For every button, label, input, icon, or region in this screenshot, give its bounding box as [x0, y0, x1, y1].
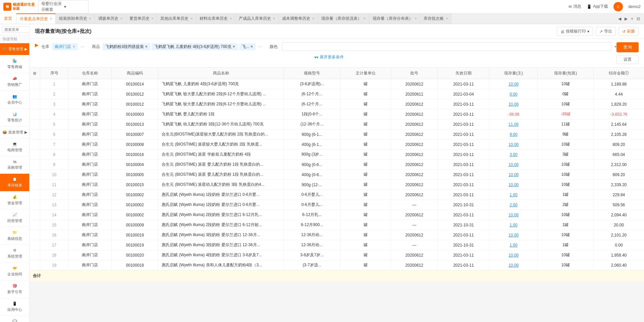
tab-close-all-icon[interactable]: ×: [630, 16, 635, 22]
close-icon[interactable]: ×: [152, 17, 154, 20]
cell-stock-pkg: 3罐: [538, 150, 593, 160]
close-icon[interactable]: ×: [364, 17, 366, 20]
cell-stock-main[interactable]: 10.00: [489, 250, 538, 260]
sidebar-item-enterprise-wechat[interactable]: 💬 企业微信: [0, 316, 29, 322]
query-button[interactable]: 查询: [616, 42, 639, 52]
finance-icon: 💰: [12, 195, 17, 199]
close-icon[interactable]: ×: [446, 17, 448, 20]
cell-stock-main[interactable]: 10.00: [489, 230, 538, 240]
table-row: 13南岸门店00100002惠氏启赋 (Wyeth illuma) 1段奶粉 爱…: [30, 200, 644, 210]
cell-stock-main[interactable]: 10.00: [489, 170, 538, 180]
sidebar-item-member[interactable]: 👥 会员中心: [0, 91, 29, 109]
sidebar-item-retail-stats[interactable]: 📊 零售统计: [0, 109, 29, 126]
remove-goods-icon[interactable]: ×: [145, 44, 148, 49]
cell-stock-main[interactable]: 10.00: [489, 140, 538, 150]
app-download-button[interactable]: 📱 App下载: [587, 4, 608, 9]
cell-name: 合生元 (BIOSTIME) 派星 学龄前儿童配方奶粉 4段: [158, 150, 284, 160]
tab-stock-status[interactable]: 现存量（库存状况表） ×: [318, 13, 369, 24]
tab-material-out[interactable]: 材料出库单历史 ×: [196, 13, 235, 24]
cell-check: [30, 160, 40, 170]
cell-stock-pkg: 10罐: [538, 79, 593, 89]
cell-stock-main[interactable]: 1.00: [489, 190, 538, 200]
tab-cost-adjust[interactable]: 成本调整单历史 ×: [279, 13, 318, 24]
goods-tag-3[interactable]: 飞... ×: [239, 43, 256, 50]
cell-stock-main[interactable]: 10.00: [489, 180, 538, 190]
industry-selector[interactable]: 母婴行业演示账套 ▾: [38, 0, 89, 13]
tab-other-out[interactable]: 其他出库单历史 ×: [157, 13, 196, 24]
close-icon[interactable]: ×: [50, 17, 52, 21]
cell-stock-main[interactable]: 10.00: [489, 160, 538, 170]
expand-btn[interactable]: 展开更多条件: [320, 54, 344, 60]
setting-button[interactable]: 设置: [616, 55, 639, 64]
cell-stock-main[interactable]: -39.00: [489, 109, 538, 119]
cell-no: 13: [40, 200, 68, 210]
cell-stock-main[interactable]: 11.00: [489, 119, 538, 129]
tab-menu-icon[interactable]: ⊟: [635, 16, 641, 22]
sidebar-item-finance[interactable]: 💰 资金管理: [0, 192, 29, 209]
template-print-button[interactable]: 🖨 按模板打印 ▾: [557, 27, 593, 36]
warehouse-filter-tag[interactable]: 南岸门店 ×: [52, 43, 78, 50]
close-icon[interactable]: ×: [89, 17, 91, 20]
cell-stock-main[interactable]: 10.00: [489, 79, 538, 89]
sidebar-item-guide[interactable]: 🎯 新手引导: [0, 280, 29, 298]
sidebar-item-retail-mgmt[interactable]: 🛒 零售管理 ▶: [0, 43, 29, 55]
sidebar-item-app-center[interactable]: 📱 应用中心: [0, 298, 29, 316]
remove-goods-icon[interactable]: ×: [233, 44, 235, 49]
filter-ellipsis[interactable]: ···: [80, 44, 84, 49]
tab-batch-voucher[interactable]: 库存批次账 ×: [420, 13, 451, 24]
sidebar-item-operations[interactable]: 📈 经营管理: [0, 209, 29, 227]
tab-split[interactable]: 分量盘点单历史 ×: [16, 13, 56, 24]
cell-stock-main[interactable]: 10.00: [489, 210, 538, 220]
cell-balance: 1,829.20: [593, 99, 644, 109]
tab-stock-dist[interactable]: 现存量（库存分布表） ×: [369, 13, 421, 24]
message-button[interactable]: ✉ 消息: [569, 4, 581, 9]
col-settings[interactable]: ⚙: [30, 68, 40, 79]
tab-prev-icon[interactable]: ◀: [617, 16, 623, 22]
refresh-button[interactable]: ↺ 刷新: [619, 27, 639, 36]
sidebar-item-retail-shop[interactable]: 🏪 零售商城: [0, 55, 29, 73]
export-button[interactable]: ↗ 导出: [596, 27, 616, 36]
tab-home[interactable]: 首页: [0, 13, 16, 24]
search-input[interactable]: [2, 26, 30, 33]
cell-stock-main[interactable]: 2.00: [489, 200, 538, 210]
sidebar-item-basic[interactable]: 📁 基础信息: [0, 227, 29, 245]
tab-next-icon[interactable]: ▶: [623, 16, 629, 22]
close-icon[interactable]: ×: [230, 17, 232, 20]
remove-goods-icon[interactable]: ×: [251, 44, 253, 49]
remove-warehouse-icon[interactable]: ×: [73, 44, 75, 49]
tab-combo[interactable]: 组装拆卸单历史 ×: [56, 13, 95, 24]
expand-filter-icon[interactable]: ▶: [35, 42, 39, 48]
cell-stock-main[interactable]: 9.00: [489, 129, 538, 140]
col-stock-pkg: 现存量(包装): [538, 68, 593, 79]
sidebar-item-inventory[interactable]: 📋 库存核算: [0, 174, 29, 192]
cell-stock-main[interactable]: 10.00: [489, 260, 538, 270]
cell-stock-main[interactable]: 10.00: [489, 99, 538, 109]
cell-name: 惠氏启赋 (Wyeth illuma) 亲和人体儿童配方奶粉4段（3...: [158, 260, 284, 270]
cell-spec: 400g (0-6...: [284, 170, 340, 180]
close-icon[interactable]: ×: [191, 17, 193, 20]
goods-tag-2[interactable]: 飞鹤星飞帆 儿童奶粉 4段(3-6岁适用) 700克 ×: [152, 43, 238, 50]
sidebar-item-ecommerce[interactable]: 💻 电商管理: [0, 139, 29, 156]
goods-ellipsis[interactable]: ···: [258, 44, 262, 49]
coop-icon: 🤝: [12, 266, 17, 270]
cell-stock-main[interactable]: 3.00: [489, 150, 538, 160]
sidebar-item-cooperation[interactable]: 🤝 企业协同: [0, 263, 29, 280]
sidebar-item-system[interactable]: ⚙ 系统管理: [0, 245, 29, 263]
cell-stock-pkg: 2罐: [538, 200, 593, 210]
sidebar-item-wholesale[interactable]: 📦 批发管理 ▶: [0, 126, 29, 139]
sidebar-item-purchase[interactable]: 🛍 采购管理: [0, 156, 29, 174]
cell-stock-main[interactable]: 1.00: [489, 240, 538, 250]
goods-tag-1[interactable]: 飞鹤奶粉3段丙搭提装 ×: [103, 43, 150, 50]
tab-product-in[interactable]: 产成品入库单历史 ×: [235, 13, 279, 24]
cell-stock-main[interactable]: 1.00: [489, 220, 538, 230]
close-icon[interactable]: ×: [120, 17, 122, 20]
cell-stock-main[interactable]: 0.00: [489, 89, 538, 99]
tab-require[interactable]: 要货单历史 ×: [126, 13, 157, 24]
sidebar-item-marketing[interactable]: 📣 营销推广: [0, 73, 29, 91]
close-icon[interactable]: ×: [415, 17, 417, 20]
cell-warehouse: 南岸门店: [68, 129, 112, 140]
tab-transfer[interactable]: 调拨单历史 ×: [95, 13, 126, 24]
cell-warehouse: 南岸门店: [68, 140, 112, 150]
close-icon[interactable]: ×: [312, 17, 314, 20]
close-icon[interactable]: ×: [273, 17, 275, 20]
